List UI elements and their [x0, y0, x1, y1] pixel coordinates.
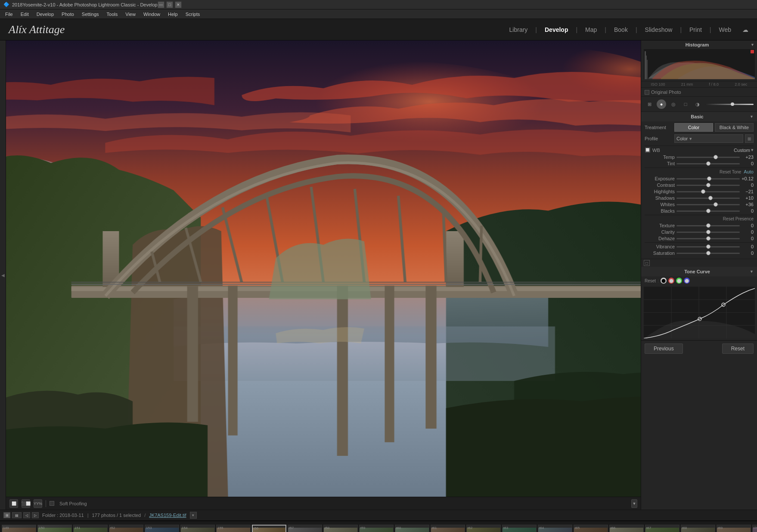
vibrance-slider-thumb[interactable] [706, 244, 710, 249]
filmstrip-thumb-154[interactable]: 154 [180, 525, 215, 532]
filmstrip-thumb-161[interactable]: t61 [431, 525, 465, 532]
tone-curve-toggle-icon[interactable]: □ [644, 260, 650, 266]
exposure-slider-thumb[interactable] [707, 176, 711, 181]
grid-view-btn[interactable]: ⊞ [3, 512, 10, 518]
radial-tool-icon[interactable]: □ [681, 99, 690, 109]
filmstrip-thumb-155[interactable]: 155 [216, 525, 251, 532]
nav-library[interactable]: Library [504, 25, 533, 35]
highlights-slider-track[interactable] [676, 191, 740, 192]
folder-expand-btn[interactable]: ▾ [190, 512, 197, 519]
filmstrip-thumb-153[interactable]: 153 [145, 525, 179, 532]
clarity-slider-thumb[interactable] [706, 230, 710, 234]
temp-slider-track[interactable] [676, 157, 740, 158]
cloud-icon[interactable]: ☁ [742, 26, 748, 33]
texture-slider-thumb[interactable] [706, 223, 710, 228]
filmstrip-thumb-150[interactable]: 150 [37, 525, 72, 532]
nav-book[interactable]: Book [609, 25, 633, 35]
menu-file[interactable]: File [2, 11, 16, 18]
previous-button[interactable]: Previous [645, 343, 683, 354]
menu-scripts[interactable]: Scripts [182, 11, 204, 18]
menu-settings[interactable]: Settings [78, 11, 102, 18]
nav-slideshow[interactable]: Slideshow [640, 25, 678, 35]
filmstrip-thumb-163[interactable]: t63 [502, 525, 537, 532]
saturation-slider-thumb[interactable] [706, 251, 710, 255]
blacks-slider-track[interactable] [676, 210, 740, 212]
close-button[interactable]: ✕ [175, 1, 182, 8]
nav-map[interactable]: Map [580, 25, 602, 35]
left-panel-toggle[interactable]: ◀ [0, 40, 6, 510]
profile-select[interactable]: Color ▾ [674, 134, 743, 143]
color-treatment-btn[interactable]: Color [674, 123, 713, 132]
tone-curve-header[interactable]: Tone Curve ▼ [641, 267, 757, 276]
tint-slider-thumb[interactable] [706, 161, 710, 166]
reset-presence-label[interactable]: Reset Presence [723, 217, 754, 221]
filmstrip-thumb-157[interactable]: t57 [288, 525, 322, 532]
filmstrip-thumb-149[interactable]: 149 [2, 525, 36, 532]
soft-proof-checkbox[interactable] [50, 501, 54, 506]
filmstrip-toggle[interactable]: ▼ [631, 499, 637, 508]
curve-green-btn[interactable]: ⬤ [676, 278, 682, 284]
filmstrip-thumb-152[interactable]: t52 [109, 525, 143, 532]
curve-blue-btn[interactable]: ⬤ [684, 278, 690, 284]
histogram-expand[interactable]: ▼ [751, 43, 754, 47]
crop-tool-icon[interactable]: ⊞ [645, 99, 654, 109]
gradhist-tool-icon[interactable]: ◑ [693, 99, 702, 109]
clarity-slider-track[interactable] [676, 232, 740, 233]
nav-web[interactable]: Web [714, 25, 736, 35]
contrast-slider-track[interactable] [676, 185, 740, 186]
filmstrip-thumb-170[interactable]: t70 [752, 525, 757, 532]
healing-tool-icon[interactable]: ● [657, 99, 666, 109]
curve-white-btn[interactable]: ⬤ [661, 278, 667, 284]
contrast-slider-thumb[interactable] [706, 183, 710, 187]
menu-edit[interactable]: Edit [17, 11, 32, 18]
profile-grid-button[interactable]: ⊞ [745, 134, 754, 143]
nav-back-btn[interactable]: ◁ [23, 512, 30, 518]
reset-tone-label[interactable]: Reset Tone [720, 170, 741, 174]
highlights-slider-thumb[interactable] [701, 189, 705, 194]
dehaze-slider-thumb[interactable] [706, 236, 710, 241]
original-photo-checkbox[interactable] [645, 90, 649, 95]
filmstrip-thumb-165[interactable]: t65 [574, 525, 608, 532]
blacks-slider-thumb[interactable] [706, 209, 710, 213]
tint-slider-track[interactable] [676, 163, 740, 164]
filmstrip-thumb-160[interactable]: t60 [395, 525, 429, 532]
maximize-button[interactable]: □ [166, 1, 173, 8]
filmstrip-thumb-167[interactable]: t67 [645, 525, 679, 532]
tone-curve-reset-label[interactable]: Reset [645, 278, 656, 283]
minimize-button[interactable]: — [158, 1, 164, 8]
dehaze-slider-track[interactable] [676, 238, 740, 239]
whites-slider-track[interactable] [676, 204, 740, 205]
filmstrip-thumb-151[interactable]: 151 [73, 525, 108, 532]
reset-button[interactable]: Reset [722, 343, 754, 354]
filmstrip-view-btn[interactable]: ▤ [12, 512, 22, 518]
auto-btn[interactable]: Auto [744, 169, 754, 174]
filmstrip-thumb-156-active[interactable]: t56 [252, 525, 286, 532]
whites-slider-thumb[interactable] [714, 202, 718, 207]
filmstrip-thumb-162[interactable]: t62 [466, 525, 501, 532]
zoom-tool[interactable]: YY% [34, 499, 42, 508]
menu-view[interactable]: View [122, 11, 139, 18]
nav-develop[interactable]: Develop [540, 25, 573, 35]
saturation-slider-track[interactable] [676, 253, 740, 254]
menu-window[interactable]: Window [140, 11, 164, 18]
wb-select[interactable]: Custom ▾ [676, 147, 754, 153]
wb-eyedropper-icon[interactable]: 🔲 [645, 147, 651, 153]
filmstrip-thumb-166[interactable]: t66 [609, 525, 644, 532]
menu-photo[interactable]: Photo [58, 11, 78, 18]
filmstrip-thumb-169[interactable]: t69 [717, 525, 751, 532]
redeye-tool-icon[interactable]: ◎ [669, 99, 678, 109]
shadows-slider-track[interactable] [676, 198, 740, 199]
menu-tools[interactable]: Tools [103, 11, 121, 18]
nav-print[interactable]: Print [684, 25, 707, 35]
bw-treatment-btn[interactable]: Black & White [715, 123, 754, 132]
filmstrip-thumb-164[interactable]: t64 [538, 525, 572, 532]
exposure-slider-track[interactable] [676, 178, 740, 179]
menu-develop[interactable]: Develop [33, 11, 57, 18]
filmstrip-thumb-159[interactable]: t59 [359, 525, 394, 532]
shadows-slider-thumb[interactable] [708, 196, 713, 200]
menu-help[interactable]: Help [164, 11, 181, 18]
texture-slider-track[interactable] [676, 225, 740, 226]
view-mode-compare[interactable]: ⬛⬜ [22, 499, 30, 508]
nav-forward-btn[interactable]: ▷ [32, 512, 39, 518]
vibrance-slider-track[interactable] [676, 246, 740, 247]
